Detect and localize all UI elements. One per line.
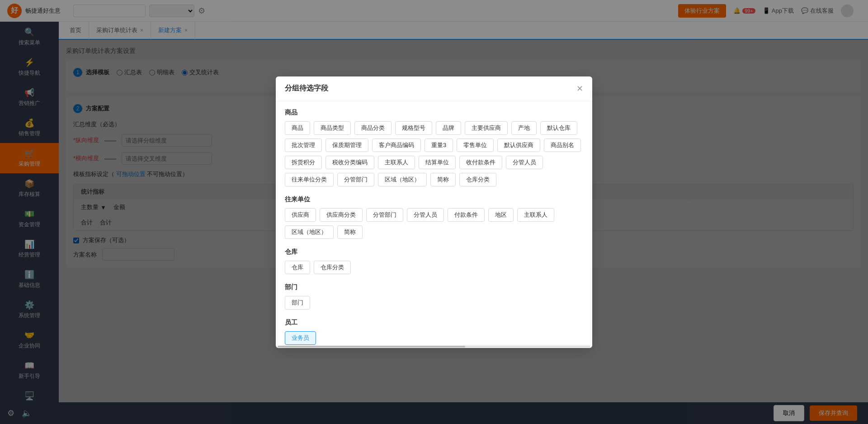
field-tag-goods-batch[interactable]: 批次管理 <box>285 138 322 152</box>
field-tag-goods[interactable]: 商品 <box>285 121 310 135</box>
field-group-partner-title: 往来单位 <box>285 195 583 204</box>
modal-close-button[interactable]: ✕ <box>576 84 583 94</box>
field-tag-goods-default-warehouse[interactable]: 默认仓库 <box>540 121 577 135</box>
field-tag-partner-manager[interactable]: 分管人员 <box>407 208 444 222</box>
modal-title: 分组待选字段 <box>285 84 328 93</box>
field-tag-goods-expiry[interactable]: 保质期管理 <box>326 138 368 152</box>
field-group-dept: 部门 部门 <box>285 283 583 310</box>
field-tag-warehouse-category[interactable]: 仓库分类 <box>314 261 351 274</box>
field-tag-goods-category[interactable]: 商品分类 <box>354 121 392 135</box>
field-tag-goods-region[interactable]: 区域（地区） <box>378 173 427 186</box>
field-group-employee: 员工 业务员 <box>285 319 583 345</box>
field-tags-goods: 商品 商品类型 商品分类 规格型号 品牌 主要供应商 产地 默认仓库 批次管理 … <box>285 121 583 186</box>
field-tag-partner-shortname[interactable]: 简称 <box>337 225 363 239</box>
field-tag-goods-alias[interactable]: 商品别名 <box>544 138 581 152</box>
field-tag-goods-tax-code[interactable]: 税收分类编码 <box>326 156 374 169</box>
field-tag-salesperson[interactable]: 业务员 <box>285 331 316 345</box>
field-tag-goods-type[interactable]: 商品类型 <box>314 121 351 135</box>
field-tag-partner-region[interactable]: 地区 <box>488 208 514 222</box>
field-tag-goods-origin[interactable]: 产地 <box>511 121 537 135</box>
field-tag-goods-retail-unit[interactable]: 零售单位 <box>457 138 494 152</box>
field-tag-goods-warehouse-category[interactable]: 仓库分类 <box>459 173 496 186</box>
field-tag-partner-payment[interactable]: 付款条件 <box>448 208 485 222</box>
field-tag-goods-payment[interactable]: 收付款条件 <box>459 156 502 169</box>
field-tag-partner-dept[interactable]: 分管部门 <box>366 208 403 222</box>
field-tag-goods-settle-unit[interactable]: 结算单位 <box>419 156 456 169</box>
field-tag-goods-weight[interactable]: 重量3 <box>425 138 453 152</box>
field-group-employee-title: 员工 <box>285 319 583 327</box>
modal-header: 分组待选字段 ✕ <box>276 76 592 101</box>
field-tags-warehouse: 仓库 仓库分类 <box>285 261 583 274</box>
field-group-goods-title: 商品 <box>285 109 583 117</box>
field-tag-goods-manager[interactable]: 分管人员 <box>506 156 543 169</box>
field-group-partner: 往来单位 供应商 供应商分类 分管部门 分管人员 付款条件 地区 主联系人 区域… <box>285 195 583 239</box>
modal-overlay: 分组待选字段 ✕ 商品 商品 商品类型 商品分类 规格型号 品牌 主要供应商 产… <box>0 0 868 424</box>
field-group-dept-title: 部门 <box>285 283 583 291</box>
field-tag-goods-default-supplier[interactable]: 默认供应商 <box>497 138 540 152</box>
field-tag-partner-contact[interactable]: 主联系人 <box>517 208 554 222</box>
modal-hscroll[interactable] <box>276 345 592 348</box>
field-tag-goods-main-supplier[interactable]: 主要供应商 <box>465 121 508 135</box>
field-tags-partner: 供应商 供应商分类 分管部门 分管人员 付款条件 地区 主联系人 区域（地区） … <box>285 208 583 239</box>
field-tag-goods-customer-code[interactable]: 客户商品编码 <box>372 138 421 152</box>
field-tag-warehouse[interactable]: 仓库 <box>285 261 310 274</box>
field-tag-goods-brand[interactable]: 品牌 <box>436 121 461 135</box>
field-tag-supplier[interactable]: 供应商 <box>285 208 316 222</box>
field-tag-partner-area[interactable]: 区域（地区） <box>285 225 334 239</box>
field-tag-goods-partner-category[interactable]: 往来单位分类 <box>285 173 334 186</box>
field-group-warehouse: 仓库 仓库 仓库分类 <box>285 248 583 274</box>
field-tags-employee: 业务员 <box>285 331 583 345</box>
field-group-warehouse-title: 仓库 <box>285 248 583 256</box>
field-tag-goods-spec[interactable]: 规格型号 <box>395 121 432 135</box>
modal: 分组待选字段 ✕ 商品 商品 商品类型 商品分类 规格型号 品牌 主要供应商 产… <box>276 76 592 348</box>
field-tags-dept: 部门 <box>285 296 583 310</box>
field-tag-goods-contact[interactable]: 主联系人 <box>378 156 415 169</box>
field-tag-goods-points[interactable]: 拆货积分 <box>285 156 322 169</box>
field-group-goods: 商品 商品 商品类型 商品分类 规格型号 品牌 主要供应商 产地 默认仓库 批次… <box>285 109 583 186</box>
field-tag-goods-shortname[interactable]: 简称 <box>430 173 456 186</box>
field-tag-goods-dept[interactable]: 分管部门 <box>337 173 374 186</box>
modal-body[interactable]: 商品 商品 商品类型 商品分类 规格型号 品牌 主要供应商 产地 默认仓库 批次… <box>276 101 592 345</box>
field-tag-dept[interactable]: 部门 <box>285 296 310 310</box>
field-tag-supplier-category[interactable]: 供应商分类 <box>320 208 363 222</box>
